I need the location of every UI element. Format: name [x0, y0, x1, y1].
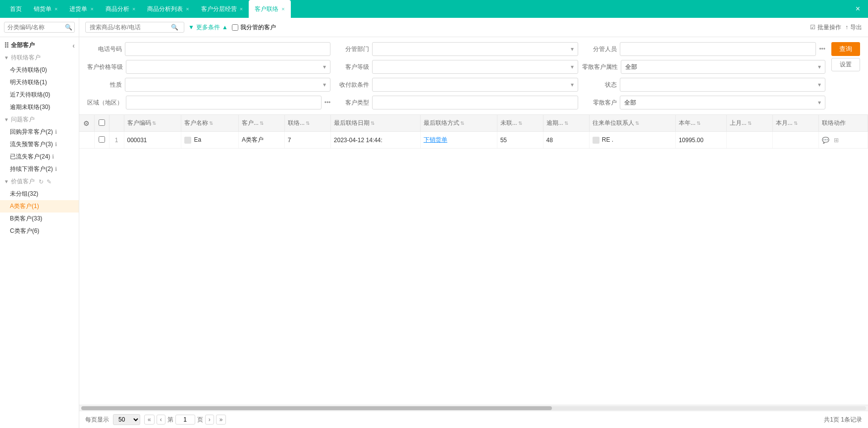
caret-down-icon: ▾ — [323, 63, 326, 70]
sidebar-item-continuous-decline[interactable]: 持续下滑客户(2) ℹ — [0, 163, 79, 175]
close-icon[interactable]: × — [132, 6, 135, 12]
column-name[interactable]: 客户名称 ⇅ — [181, 115, 239, 132]
next-page-button[interactable]: › — [205, 415, 214, 425]
edit-icon[interactable]: ✎ — [47, 178, 52, 185]
status-select[interactable]: ▾ — [620, 78, 825, 92]
area-input[interactable] — [126, 96, 322, 109]
row-contact-action-cell: 💬 ⊞ — [818, 132, 868, 149]
area-dots[interactable]: ••• — [325, 99, 331, 106]
filter-price-level: 客户价格等级 ▾ — [87, 60, 330, 74]
column-last-month[interactable]: 上月... ⇅ — [726, 115, 772, 132]
row-checkbox[interactable] — [99, 136, 105, 143]
horizontal-scrollbar[interactable] — [79, 405, 868, 411]
tab-purchase[interactable]: 进货单 × — [63, 0, 99, 18]
tab-goods-analysis[interactable]: 商品分析 × — [100, 0, 141, 18]
sidebar-item-overdue[interactable]: 逾期未联络(30) — [0, 101, 79, 113]
sidebar-item-near7[interactable]: 近7天待联络(0) — [0, 89, 79, 101]
last-page-button[interactable]: » — [216, 415, 226, 425]
sort-icon: ⇅ — [260, 120, 264, 126]
sidebar-item-lost-risk[interactable]: 流失预警客户(3) ℹ — [0, 138, 79, 151]
column-this-month[interactable]: 本月... ⇅ — [772, 115, 818, 132]
row-check-cell[interactable] — [94, 132, 109, 149]
refresh-icon[interactable]: ↻ — [39, 178, 44, 185]
page-size-select[interactable]: 50 100 200 — [113, 414, 140, 425]
tab-customer-segment[interactable]: 客户分层经营 × — [195, 0, 249, 18]
query-button[interactable]: 查询 — [831, 42, 860, 56]
main-layout: 🔍 ⠿ 全部客户 ‹ ▼ 待联络客户 今天待联络(0) 明天待联络(1) 近7天… — [0, 18, 868, 428]
close-icon[interactable]: × — [240, 6, 243, 12]
column-this-year[interactable]: 本年... ⇅ — [675, 115, 726, 132]
sidebar-all-customers[interactable]: ⠿ 全部客户 ‹ — [0, 37, 79, 52]
sidebar-item-a-class[interactable]: A类客户(1) — [0, 200, 79, 213]
close-icon[interactable]: × — [54, 6, 57, 12]
sidebar-item-lost[interactable]: 已流失客户(24) ℹ — [0, 151, 79, 163]
my-customers-checkbox[interactable]: 我分管的客户 — [232, 23, 276, 32]
batch-ops-button[interactable]: ☑ 批量操作 — [810, 23, 841, 32]
column-last-contact-method[interactable]: 最后联络方式 ⇅ — [420, 115, 497, 132]
first-page-button[interactable]: « — [144, 415, 155, 425]
column-settings[interactable]: ⚙ — [79, 115, 94, 132]
sidebar-item-today[interactable]: 今天待联络(0) — [0, 64, 79, 76]
row-last-contact-method-cell[interactable]: 下销货单 — [420, 132, 497, 149]
scrollbar-track[interactable] — [81, 406, 866, 410]
close-icon[interactable]: × — [90, 6, 93, 12]
row-this-year-cell: 10995.00 — [675, 132, 726, 149]
tab-home[interactable]: 首页 — [4, 0, 28, 18]
payment-select[interactable]: ▾ — [372, 78, 578, 92]
retail-attr-select[interactable]: 全部 ▾ — [621, 60, 825, 74]
sidebar-item-c-class[interactable]: C类客户(6) — [0, 225, 79, 237]
close-icon[interactable]: × — [186, 6, 189, 12]
dept-select[interactable]: ▾ — [372, 42, 578, 56]
phone-input[interactable] — [125, 42, 330, 56]
close-icon[interactable]: × — [281, 6, 284, 12]
qr-icon[interactable]: ⊞ — [834, 137, 839, 144]
sidebar-item-repeat-abnormal[interactable]: 回购异常客户(2) ℹ — [0, 126, 79, 138]
collapse-icon[interactable]: ‹ — [72, 42, 75, 50]
page-number-input[interactable] — [175, 415, 195, 425]
close-all-button[interactable]: × — [852, 4, 864, 13]
column-not-contacted[interactable]: 未联... ⇅ — [497, 115, 543, 132]
column-customer-type[interactable]: 客户... ⇅ — [238, 115, 284, 132]
contact-method-link[interactable]: 下销货单 — [424, 136, 447, 143]
filter-search-input[interactable] — [90, 24, 169, 31]
more-filters-button[interactable]: ▼ 更多条件 ▲ — [188, 23, 228, 32]
person-input[interactable] — [620, 42, 816, 56]
unit-contact-color-box — [593, 137, 599, 144]
person-dots[interactable]: ••• — [819, 46, 825, 53]
filter-status: 状态 ▾ — [582, 78, 825, 92]
help-icon: ℹ — [55, 166, 57, 172]
column-last-contact-date[interactable]: 最后联络日期 ⇅ — [330, 115, 420, 132]
column-unit-contact[interactable]: 往来单位联系人 ⇅ — [589, 115, 675, 132]
retail-attr-label: 零散客户属性 — [582, 63, 618, 71]
export-button[interactable]: ↑ 导出 — [845, 23, 862, 32]
sidebar-search-input[interactable] — [4, 22, 75, 33]
column-contact[interactable]: 联络... ⇅ — [284, 115, 330, 132]
dept-label: 分管部门 — [334, 45, 369, 54]
customer-type-input[interactable] — [372, 96, 578, 109]
sidebar-item-b-class[interactable]: B类客户(33) — [0, 213, 79, 225]
sidebar-item-tomorrow[interactable]: 明天待联络(1) — [0, 76, 79, 89]
retail-select[interactable]: 全部 ▾ — [620, 96, 825, 109]
settings-button[interactable]: 设置 — [831, 58, 860, 71]
chat-icon[interactable]: 💬 — [822, 137, 829, 144]
tab-sales[interactable]: 销货单 × — [28, 0, 63, 18]
select-all-checkbox[interactable] — [99, 119, 105, 126]
column-overdue[interactable]: 逾期... ⇅ — [543, 115, 589, 132]
sort-icon: ⇅ — [306, 120, 310, 126]
my-customers-check[interactable] — [232, 24, 238, 31]
sidebar-group-value[interactable]: ▼ 价值客户 ↻ ✎ — [0, 175, 79, 188]
customer-level-select[interactable]: ▾ — [372, 60, 578, 74]
gear-icon[interactable]: ⚙ — [83, 119, 90, 127]
prev-page-button[interactable]: ‹ — [157, 415, 165, 425]
scrollbar-thumb[interactable] — [81, 406, 552, 410]
column-code[interactable]: 客户编码 ⇅ — [124, 115, 181, 132]
price-level-select[interactable]: ▾ — [126, 60, 330, 74]
tab-goods-analysis-list[interactable]: 商品分析列表 × — [141, 0, 195, 18]
table-row: 1 000031 Ea A类客户 7 — [79, 132, 868, 149]
column-check[interactable] — [94, 115, 109, 132]
tab-customer-contact[interactable]: 客户联络 × — [249, 0, 290, 18]
nature-select[interactable]: ▾ — [125, 78, 330, 92]
sidebar-item-unclassified[interactable]: 未分组(32) — [0, 188, 79, 200]
sidebar-group-problem[interactable]: ▼ 问题客户 — [0, 113, 79, 126]
sidebar-group-pending[interactable]: ▼ 待联络客户 — [0, 52, 79, 64]
